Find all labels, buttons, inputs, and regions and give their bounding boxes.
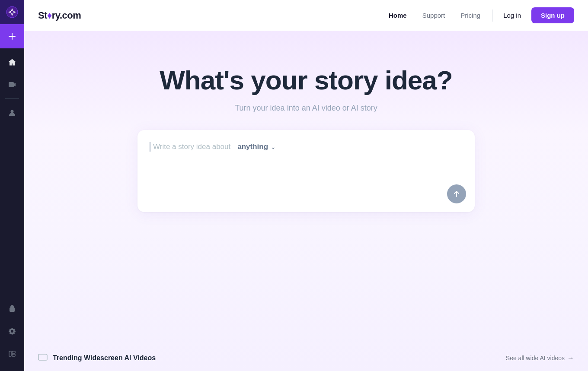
sidebar-divider (5, 98, 19, 99)
gear-icon (8, 327, 16, 336)
nav-link-home[interactable]: Home (389, 12, 407, 19)
sidebar-item-profile[interactable] (0, 102, 24, 123)
logo-diamond: ♦ (47, 10, 52, 21)
search-keyword: anything (237, 143, 268, 151)
topnav: St♦ry.com Home Support Pricing Log in Si… (24, 0, 588, 31)
search-placeholder: Write a story idea about (153, 143, 230, 151)
signup-button[interactable]: Sign up (531, 7, 574, 23)
robot-icon (8, 304, 16, 313)
plus-icon (8, 32, 16, 41)
svg-rect-3 (9, 82, 14, 87)
widescreen-icon (38, 354, 48, 362)
login-button[interactable]: Log in (496, 12, 528, 19)
svg-point-4 (11, 110, 14, 113)
see-all-label: See all wide AI videos (506, 355, 565, 361)
svg-rect-9 (12, 351, 15, 353)
panel-icon (8, 349, 16, 358)
topnav-links: Home Support Pricing (389, 12, 480, 19)
add-button[interactable] (0, 24, 24, 48)
hero-section: What's your story idea? Turn your idea i… (24, 31, 588, 371)
person-icon (8, 108, 16, 117)
sidebar-item-settings[interactable] (0, 321, 24, 342)
nav-link-support[interactable]: Support (422, 12, 445, 19)
video-icon (8, 80, 16, 89)
svg-rect-5 (10, 308, 15, 312)
sidebar (0, 0, 24, 371)
svg-point-0 (6, 6, 18, 18)
sidebar-logo (0, 0, 24, 24)
main-content: St♦ry.com Home Support Pricing Log in Si… (24, 0, 588, 371)
arrow-right-icon: → (567, 354, 574, 362)
sidebar-item-ai-tools[interactable] (0, 298, 24, 319)
sidebar-item-panel[interactable] (0, 343, 24, 364)
hero-subtitle: Turn your idea into an AI video or AI st… (235, 104, 377, 113)
search-submit-button[interactable] (447, 184, 466, 203)
sidebar-nav (0, 48, 24, 127)
svg-rect-10 (12, 354, 15, 356)
search-box[interactable]: Write a story idea about anything ⌄ (137, 130, 475, 212)
topnav-logo: St♦ry.com (38, 10, 81, 21)
trending-section: Trending Widescreen AI Videos See all wi… (24, 354, 588, 371)
chevron-down-icon: ⌄ (271, 143, 276, 150)
nav-divider (492, 10, 493, 22)
svg-rect-7 (13, 309, 13, 310)
svg-rect-6 (11, 309, 12, 310)
hero-title: What's your story idea? (160, 66, 452, 95)
sidebar-item-home[interactable] (0, 52, 24, 73)
svg-rect-12 (38, 354, 47, 360)
search-dropdown[interactable]: anything ⌄ (237, 143, 276, 151)
text-cursor (150, 142, 150, 152)
nav-link-pricing[interactable]: Pricing (460, 12, 480, 19)
home-icon (8, 58, 16, 67)
arrow-up-icon (452, 190, 461, 198)
trending-left: Trending Widescreen AI Videos (38, 354, 156, 362)
search-input-row: Write a story idea about anything ⌄ (150, 142, 463, 152)
trending-title: Trending Widescreen AI Videos (53, 354, 156, 362)
logo-icon (6, 6, 18, 18)
sidebar-bottom (0, 295, 24, 371)
see-all-link[interactable]: See all wide AI videos → (506, 354, 574, 362)
sidebar-item-video[interactable] (0, 74, 24, 95)
svg-rect-8 (9, 351, 11, 356)
